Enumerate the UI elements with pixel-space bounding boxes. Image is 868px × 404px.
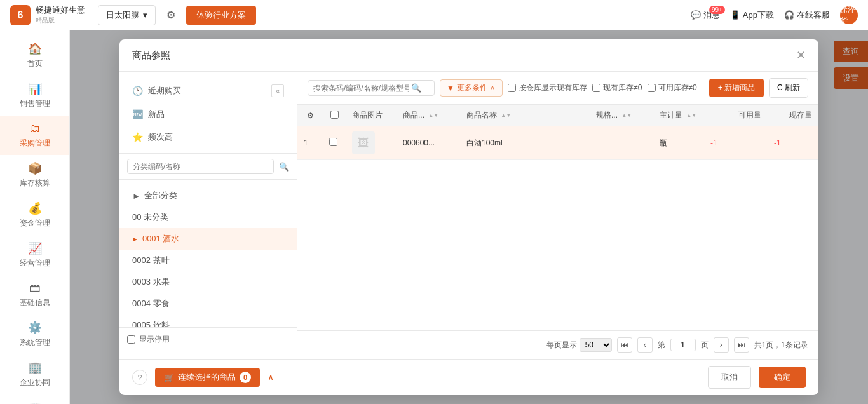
nav-right: 💬 消息 99+ 📱 App下载 🎧 在线客服 徐泽华 [691,6,858,24]
confirm-button[interactable]: 确定 [759,367,806,388]
experience-button[interactable]: 体验行业方案 [186,6,256,25]
logo-title: 畅捷通好生意 [36,5,85,16]
purchase-icon: 🗂 [29,122,41,135]
show-disabled-checkbox[interactable] [127,335,135,344]
modal-overlay: 商品参照 ✕ 🕐 近期购买 « � [70,30,868,404]
total-info: 共1页，1条记录 [754,340,808,351]
show-disabled-label: 显示停用 [139,334,170,345]
search-icon[interactable]: 🔍 [279,162,289,172]
cell-num: 1 [297,126,323,160]
category-0002[interactable]: 0002 茶叶 [119,250,297,271]
logo-area: 6 畅捷通好生意 精品版 [10,5,85,25]
cart-button[interactable]: 🛒 连续选择的商品 0 [155,368,260,387]
category-0001[interactable]: ► 0001 酒水 [119,228,297,250]
row-checkbox[interactable] [329,138,337,146]
messages-badge: 99+ [709,6,725,14]
collapse-button[interactable]: « [271,84,284,97]
cart-count: 0 [240,372,251,383]
th-code[interactable]: 商品... ▲▼ [397,105,460,126]
table-row[interactable]: 1 🖼 000600... 白酒100ml [297,126,818,160]
checkbox-available-ne0[interactable]: 现有库存≠0 [592,83,642,93]
left-panel-nav: 🕐 近期购买 « 🆕 新品 ⭐ 频次高 [119,79,297,154]
checkbox-warehouse[interactable]: 按仓库显示现有库存 [508,83,587,93]
usable-ne0-checkbox[interactable] [648,84,656,92]
category-label: 0001 酒水 [142,233,180,245]
search-icon[interactable]: 🔍 [411,83,421,93]
nav-frequent-label: 频次高 [148,131,173,143]
sidebar-item-guide[interactable]: 📖 新手引导 [0,394,69,404]
new-product-button[interactable]: + 新增商品 [709,79,764,97]
operations-icon: 📈 [28,241,42,255]
page-size-label: 每页显示 [546,340,577,351]
prev-page-button[interactable]: ‹ [637,337,653,353]
checkbox-usable-ne0[interactable]: 可用库存≠0 [648,83,697,93]
sidebar-item-home[interactable]: 🏠 首页 [0,36,69,76]
sidebar-item-sales[interactable]: 📊 销售管理 [0,76,69,116]
checkbox-usable-label: 可用库存≠0 [658,83,697,93]
search-wrap: 🔍 [308,80,435,96]
category-00[interactable]: 00 未分类 [119,206,297,228]
table-header: ⚙ 商品图片 [297,105,818,126]
nav-frequent[interactable]: ⭐ 频次高 [125,126,292,148]
th-checkbox [323,105,346,126]
cancel-button[interactable]: 取消 [708,366,751,389]
settings-icon[interactable]: ⚙ [307,111,314,120]
refresh-button[interactable]: C 刷新 [769,78,808,98]
star-icon: ⭐ [132,132,143,142]
select-all-checkbox[interactable] [330,111,339,119]
modal-close-button[interactable]: ✕ [796,48,806,62]
category-all[interactable]: ► 全部分类 [119,185,297,206]
left-panel: 🕐 近期购买 « 🆕 新品 ⭐ 频次高 [119,72,297,359]
sidebar-item-purchase[interactable]: 🗂 采购管理 [0,116,69,155]
first-page-button[interactable]: ⏮ [617,337,632,353]
sidebar-item-basic[interactable]: 🗃 基础信息 [0,275,69,314]
online-service-button[interactable]: 🎧 在线客服 [784,10,830,21]
product-table-container: ⚙ 商品图片 [297,105,818,330]
sidebar-item-system[interactable]: ⚙️ 系统管理 [0,314,69,354]
filter-icon: ▼ [447,84,454,93]
last-page-button[interactable]: ⏭ [734,337,749,353]
help-button[interactable]: ? [132,370,147,385]
sidebar-item-label: 库存核算 [20,178,50,189]
sort-icon: ▲▼ [428,112,438,118]
category-label: 0002 茶叶 [132,255,170,266]
category-search: 🔍 [119,154,297,180]
sidebar-item-label: 企业协同 [20,377,50,388]
sidebar-item-operations[interactable]: 📈 经营管理 [0,235,69,275]
arrow-icon: ► [132,191,140,201]
category-0004[interactable]: 0004 零食 [119,293,297,314]
sidebar-item-enterprise[interactable]: 🏢 企业协同 [0,354,69,394]
next-page-button[interactable]: › [714,337,729,353]
category-0005[interactable]: 0005 饮料 [119,314,297,327]
nav-new-product[interactable]: 🆕 新品 [125,104,292,125]
search-input[interactable] [313,84,409,93]
th-unit[interactable]: 主计量 ▲▼ [653,105,704,126]
page-number-input[interactable] [670,339,696,351]
filter-button[interactable]: ▼ 更多条件 ∧ [440,79,503,97]
sidebar-item-finance[interactable]: 💰 资金管理 [0,195,69,235]
new-icon: 🆕 [132,109,143,119]
download-icon: 📱 [730,10,740,20]
sort-icon: ▲▼ [686,112,696,118]
sidebar-item-inventory[interactable]: 📦 库存核算 [0,155,69,195]
sidebar-item-label: 首页 [27,58,43,69]
warehouse-checkbox[interactable] [508,84,516,92]
nav-dropdown[interactable]: 日太阳膜 ▾ [98,5,156,25]
cell-checkbox [323,126,346,160]
user-avatar[interactable]: 徐泽华 [840,6,858,24]
checkbox-warehouse-label: 按仓库显示现有库存 [519,83,587,93]
th-spec[interactable]: 规格... ▲▼ [590,105,653,126]
collapse-arrow-icon[interactable]: ∧ [268,372,274,382]
available-ne0-checkbox[interactable] [592,84,600,92]
app-download-button[interactable]: 📱 App下载 [730,10,774,21]
messages-button[interactable]: 💬 消息 99+ [691,10,720,21]
message-icon: 💬 [691,10,701,20]
clock-icon: 🕐 [132,86,143,96]
gear-icon[interactable]: ⚙ [161,5,181,25]
table-body: 1 🖼 000600... 白酒100ml [297,126,818,160]
page-size-dropdown[interactable]: 50 10 20 100 [580,338,612,352]
nav-recent-purchase[interactable]: 🕐 近期购买 « [125,79,292,102]
category-search-input[interactable] [127,159,274,174]
category-0003[interactable]: 0003 水果 [119,271,297,293]
th-name[interactable]: 商品名称 ▲▼ [460,105,590,126]
